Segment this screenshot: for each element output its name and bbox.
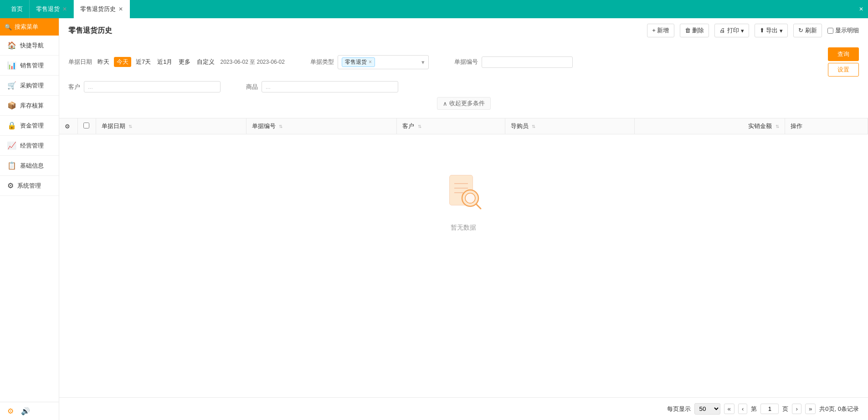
system-icon: ⚙ [7,181,14,190]
settings-button[interactable]: 设置 [828,63,859,77]
chart-icon: 📊 [7,61,16,70]
doc-type-tag-close[interactable]: × [369,59,372,65]
show-detail-checkbox[interactable] [827,28,833,34]
prev-page-button[interactable]: ‹ [738,404,747,414]
date-opt-yesterday[interactable]: 昨天 [96,57,111,67]
date-opt-custom[interactable]: 自定义 [195,57,216,67]
delete-button[interactable]: 🗑 删除 [680,24,709,37]
page-title: 零售退货历史 [68,26,112,36]
empty-state: 暂无数据 [59,134,868,268]
header-row: ⚙ 单据日期 ⇅ 单据编号 ⇅ [59,118,868,134]
tab-home[interactable]: 首页 [5,0,30,18]
sidebar-item-system-mgmt[interactable]: ⚙ 系统管理 [0,176,59,196]
date-options: 昨天 今天 近7天 近1月 更多 自定义 [96,57,216,67]
col-check [77,118,96,134]
empty-state-row: 暂无数据 [59,134,868,269]
main-layout: 🔍 搜索菜单 🏠 快捷导航 📊 销售管理 🛒 采购管理 📦 库存核算 🔒 资金管… [0,18,868,420]
date-opt-today[interactable]: 今天 [114,57,131,67]
sort-icon-doc-date[interactable]: ⇅ [128,124,132,129]
collapse-button[interactable]: ∧ 收起更多条件 [437,97,491,110]
sort-icon-actual-amount[interactable]: ⇅ [776,124,779,129]
goods-select[interactable]: ... [262,81,398,92]
first-page-button[interactable]: « [724,404,734,414]
toolbar: + 新增 🗑 删除 🖨 打印 ▾ ⬆ 导出 ▾ ↻ 刷新 显示明细 [647,24,859,37]
new-button[interactable]: + 新增 [647,24,674,37]
filter-row-1: 单据日期 昨天 今天 近7天 近1月 更多 自定义 2023-06-02 至 2… [68,47,859,77]
sort-icon-doc-no[interactable]: ⇅ [279,124,282,129]
table-body: 暂无数据 [59,134,868,269]
sort-icon-guide[interactable]: ⇅ [532,124,535,129]
page-label: 第 [751,405,757,413]
date-opt-more[interactable]: 更多 [177,57,192,67]
sidebar-item-finance[interactable]: 🔒 资金管理 [0,116,59,136]
page-title-row: 零售退货历史 + 新增 🗑 删除 🖨 打印 ▾ ⬆ 导出 ▾ ↻ 刷新 [68,24,859,37]
export-button[interactable]: ⬆ 导出 ▾ [755,24,788,37]
tab-retail-return-history[interactable]: 零售退货历史 ✕ [74,0,130,18]
action-buttons: 查询 设置 [828,47,859,77]
clipboard-icon: 📋 [7,161,16,170]
print-button[interactable]: 🖨 打印 ▾ [714,24,749,37]
sidebar-bottom: ⚙ 🔊 [0,402,59,420]
doc-no-filter-group: 单据编号 [454,56,573,68]
cart-icon: 🛒 [7,81,16,90]
page-input[interactable] [760,404,779,414]
empty-illustration [441,171,486,216]
doc-no-label: 单据编号 [454,58,478,66]
per-page-select[interactable]: 102050100 [694,403,720,415]
sidebar-settings-icon[interactable]: ⚙ [7,407,14,415]
content-area: 零售退货历史 + 新增 🗑 删除 🖨 打印 ▾ ⬆ 导出 ▾ ↻ 刷新 [59,18,868,420]
box-icon: 📦 [7,101,16,110]
sidebar-item-quick-nav[interactable]: 🏠 快捷导航 [0,36,59,56]
filter-area: 单据日期 昨天 今天 近7天 近1月 更多 自定义 2023-06-02 至 2… [68,43,859,118]
gear-icon[interactable]: ⚙ [65,123,70,130]
sidebar-item-sales-mgmt[interactable]: 📊 销售管理 [0,56,59,76]
print-dropdown-icon: ▾ [741,27,744,34]
query-button[interactable]: 查询 [828,47,859,61]
customer-label: 客户 [68,83,80,91]
last-page-button[interactable]: » [805,404,816,414]
home-icon: 🏠 [7,41,16,50]
sidebar: 🔍 搜索菜单 🏠 快捷导航 📊 销售管理 🛒 采购管理 📦 库存核算 🔒 资金管… [0,18,59,420]
next-page-button[interactable]: › [792,404,801,414]
empty-text: 暂无数据 [451,224,476,232]
svg-point-6 [465,193,475,203]
sidebar-audio-icon[interactable]: 🔊 [21,407,30,415]
doc-type-filter-group: 单据类型 零售退货 × ▾ [310,55,429,69]
search-icon: 🔍 [5,24,12,31]
tab-retail-return[interactable]: 零售退货 ✕ [30,0,74,18]
sidebar-item-purchase-mgmt[interactable]: 🛒 采购管理 [0,76,59,96]
date-opt-last7[interactable]: 近7天 [134,57,153,67]
date-range-display: 2023-06-02 至 2023-06-02 [220,58,284,66]
sort-icon-customer[interactable]: ⇅ [418,124,421,129]
doc-type-select[interactable]: 零售退货 × ▾ [338,55,429,69]
sidebar-item-operations[interactable]: 📈 经营管理 [0,136,59,156]
date-filter-label: 单据日期 [68,58,92,66]
col-guide: 导购员 ⇅ [505,118,634,134]
export-dropdown-icon: ▾ [780,27,783,34]
col-doc-date: 单据日期 ⇅ [96,118,246,134]
sidebar-item-inventory[interactable]: 📦 库存核算 [0,96,59,116]
tab-retail-return-history-close[interactable]: ✕ [118,6,123,12]
tab-retail-return-close[interactable]: ✕ [62,6,67,12]
goods-filter-group: 商品 ... [246,81,398,92]
sidebar-item-basic-info[interactable]: 📋 基础信息 [0,156,59,176]
date-opt-last1m[interactable]: 近1月 [155,57,174,67]
filter-row-2: 客户 ... 商品 ... [68,81,859,92]
refresh-button[interactable]: ↻ 刷新 [793,24,822,37]
top-bar: 首页 零售退货 ✕ 零售退货历史 ✕ ✕ [0,0,868,18]
collapse-icon: ∧ [443,100,447,107]
col-operation: 操作 [785,118,868,134]
per-page-label: 每页显示 [667,405,691,413]
operations-icon: 📈 [7,141,16,150]
sidebar-search[interactable]: 🔍 搜索菜单 [0,18,59,36]
select-all-checkbox[interactable] [83,123,89,128]
doc-no-input[interactable] [482,56,573,68]
page-suffix: 页 [782,405,788,413]
collapse-row: ∧ 收起更多条件 [68,97,859,110]
window-close-icon[interactable]: ✕ [859,6,863,12]
customer-filter-group: 客户 ... [68,81,221,92]
lock-icon: 🔒 [7,121,16,130]
doc-type-tag: 零售退货 × [342,57,375,67]
customer-select[interactable]: ... [84,81,221,92]
show-detail-checkbox-label[interactable]: 显示明细 [827,26,859,35]
